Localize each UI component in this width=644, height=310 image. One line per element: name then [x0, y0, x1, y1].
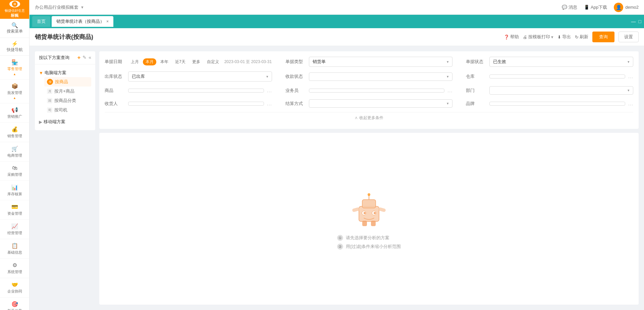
filter-area: 单据日期 上月 本月 本年 近7天 更多 自定义 20 — [99, 51, 639, 129]
filter-payment-status-control: ▾ — [309, 72, 453, 81]
doc-type-select[interactable]: 销货单 ▾ — [309, 57, 453, 67]
filter-warehouse-label: 仓库 — [466, 73, 489, 80]
filter-doc-type: 单据类型 销货单 ▾ — [285, 57, 453, 67]
by-company-label: 按司机 — [54, 107, 67, 113]
mobile-group-arrow: ▶ — [39, 119, 42, 124]
warehouse-input[interactable] — [489, 74, 625, 79]
collapse-panel-btn[interactable]: « — [89, 55, 91, 61]
date-tab-custom[interactable]: 自定义 — [204, 58, 222, 65]
filter-receiver-control: … — [128, 101, 272, 107]
scheme-children-pc: 按 按商品 月 按月+商品 回 按商品分类 — [39, 77, 91, 115]
scheme-group-pc-label[interactable]: ▼ 电脑端方案 — [39, 68, 91, 77]
date-tab-last-month[interactable]: 上月 — [128, 58, 142, 65]
receiver-dots-btn[interactable]: … — [267, 101, 272, 107]
salesperson-dots-btn[interactable]: … — [447, 88, 452, 94]
brand-input[interactable] — [489, 102, 625, 106]
date-tab-this-year[interactable]: 本年 — [158, 58, 171, 65]
print-icon: 🖨 — [523, 35, 527, 40]
filter-settlement: 结算方式 ▾ — [285, 99, 453, 108]
sidebar-item-sales[interactable]: 💰 销售管理 — [0, 123, 29, 142]
sidebar-item-operation[interactable]: 📈 经营管理 — [0, 220, 29, 239]
query-button[interactable]: 查询 — [592, 32, 614, 42]
breadcrumb-dropdown-icon[interactable]: ▾ — [81, 5, 84, 10]
tip-text-2: 用[过滤]条件来缩小分析范围 — [346, 244, 400, 250]
left-panel-header: 按以下方案查询 + ✎ « — [35, 51, 95, 64]
payment-status-select[interactable]: ▾ — [309, 72, 453, 81]
search-menu[interactable]: 🔍 搜索菜单 — [0, 19, 29, 38]
sidebar-item-guide[interactable]: 🎯 新手引导 — [0, 298, 29, 310]
sidebar: 畅捷信好生意 标账 🔍 搜索菜单 ⚡ 快捷导航 🏪 零售管理 ▲ 📦 批发管理 … — [0, 0, 30, 310]
app-logo-text: 标账 — [11, 13, 19, 18]
tab-home[interactable]: 首页 — [32, 16, 50, 27]
date-range-text: 2023-03-01 至 2023-03-31 — [224, 59, 272, 65]
scheme-group-mobile-label[interactable]: ▶ 移动端方案 — [39, 117, 91, 126]
doc-status-select[interactable]: 已生效 ▾ — [489, 57, 633, 67]
salesperson-input[interactable] — [309, 89, 445, 93]
receiver-input[interactable] — [128, 102, 264, 106]
scheme-child-by-category[interactable]: 回 按商品分类 — [44, 96, 91, 105]
sidebar-item-basic[interactable]: 📋 基础信息 — [0, 239, 29, 259]
user-area[interactable]: 👤 demo2 — [614, 3, 639, 12]
date-tab-last7[interactable]: 近7天 — [172, 58, 188, 65]
tip-num-1: ① — [337, 235, 343, 241]
warehouse-dots-btn[interactable]: … — [628, 73, 633, 80]
content-wrapper: 销货单统计表(按商品) ❓ 帮助 🖨 按模板打印 ▾ ⬇ 导出 ↻ 刷新 — [30, 28, 644, 310]
logo-icon — [9, 1, 20, 7]
department-select[interactable]: ▾ — [489, 86, 633, 95]
scheme-child-by-company[interactable]: 司 按司机 — [44, 105, 91, 115]
breadcrumb-area: 办公用品行业模拟账套 ▾ — [35, 4, 84, 10]
date-tab-more[interactable]: 更多 — [190, 58, 203, 65]
enterprise-icon: 🤝 — [11, 281, 18, 288]
setting-button[interactable]: 设置 — [619, 32, 639, 42]
scheme-child-by-month-goods[interactable]: 月 按月+商品 — [44, 87, 91, 96]
basic-icon: 📋 — [11, 243, 18, 249]
sidebar-item-enterprise[interactable]: 🤝 企业协同 — [0, 278, 29, 298]
app-download-btn[interactable]: 📱 App下载 — [584, 4, 607, 10]
goods-dots-btn[interactable]: … — [267, 88, 272, 94]
collapse-more-btn[interactable]: ∧ 收起更多条件 — [105, 112, 633, 123]
pc-group-arrow: ▼ — [39, 70, 43, 75]
sidebar-item-ecommerce[interactable]: 🛒 电商管理 — [0, 142, 29, 162]
out-status-select[interactable]: 已出库 ▾ — [128, 71, 272, 82]
tab-close-icon[interactable]: × — [106, 19, 109, 24]
svg-rect-13 — [371, 221, 376, 226]
sidebar-item-retail[interactable]: 🏪 零售管理 ▲ — [0, 56, 29, 80]
filter-doc-status-label: 单据状态 — [466, 59, 489, 65]
scheme-group-pc: ▼ 电脑端方案 按 按商品 月 按月+商品 — [35, 67, 95, 116]
tab-minimize-icon[interactable]: — — [631, 19, 636, 24]
message-icon: 💬 — [562, 5, 567, 10]
settlement-select[interactable]: ▾ — [309, 99, 453, 108]
sidebar-item-purchase[interactable]: 🛍 采购管理 — [0, 162, 29, 181]
sidebar-item-wholesale[interactable]: 📦 批发管理 ▲ — [0, 80, 29, 103]
date-tabs: 上月 本月 本年 近7天 更多 自定义 — [128, 58, 222, 65]
sidebar-item-inventory[interactable]: 📊 库存核算 — [0, 181, 29, 200]
tip-text-1: 请先选择要分析的方案 — [346, 235, 389, 241]
by-goods-label: 按商品 — [55, 79, 68, 85]
tab-report[interactable]: 销货单统计表（按商品） × — [52, 16, 113, 27]
sidebar-item-marketing[interactable]: 📢 营销推广 — [0, 103, 29, 123]
app-subtitle: 畅捷信好生意 — [5, 8, 25, 13]
tab-maximize-icon[interactable]: □ — [639, 19, 641, 24]
home-tab-label: 首页 — [37, 18, 46, 24]
sidebar-item-label-finance: 资金管理 — [7, 211, 22, 216]
date-tab-this-month[interactable]: 本月 — [143, 58, 156, 65]
filter-goods-control: … — [128, 88, 272, 94]
quick-nav[interactable]: ⚡ 快捷导航 — [0, 38, 29, 56]
message-btn[interactable]: 💬 消息 — [562, 4, 577, 10]
goods-input[interactable] — [128, 89, 264, 93]
add-scheme-btn[interactable]: + — [77, 55, 80, 61]
settlement-arrow: ▾ — [447, 101, 449, 106]
sidebar-item-system[interactable]: ⚙ 系统管理 — [0, 259, 29, 278]
export-btn[interactable]: ⬇ 导出 — [557, 34, 571, 40]
refresh-btn[interactable]: ↻ 刷新 — [575, 34, 588, 40]
help-btn[interactable]: ❓ 帮助 — [504, 34, 519, 40]
svg-rect-12 — [362, 221, 367, 226]
scheme-child-by-goods[interactable]: 按 按商品 — [44, 77, 91, 87]
edit-scheme-btn[interactable]: ✎ — [83, 55, 87, 61]
filter-doc-status-control: 已生效 ▾ — [489, 57, 633, 67]
brand-dots-btn[interactable]: … — [628, 101, 633, 107]
filter-out-status-control: 已出库 ▾ — [128, 71, 272, 82]
print-btn[interactable]: 🖨 按模板打印 ▾ — [523, 34, 553, 40]
sidebar-item-finance[interactable]: 💳 资金管理 — [0, 200, 29, 220]
download-icon: 📱 — [584, 5, 589, 10]
